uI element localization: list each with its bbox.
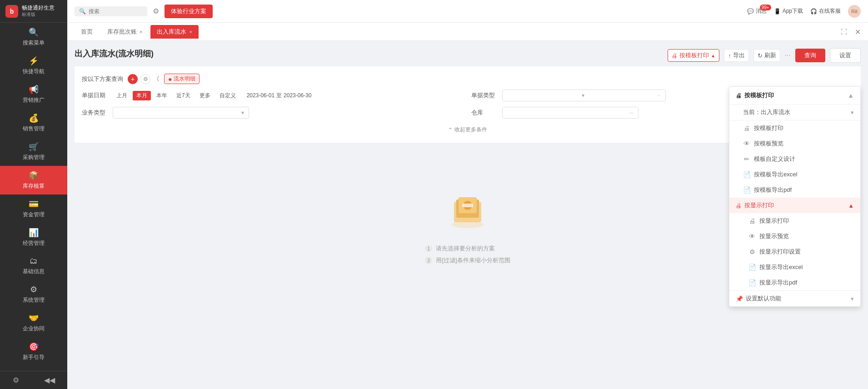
date-opt-last-month[interactable]: 上月: [113, 91, 131, 100]
close-all-icon[interactable]: ✕: [855, 27, 861, 36]
set-button[interactable]: 设置: [830, 48, 861, 63]
sidebar-bottom: ⚙ ◀◀: [0, 371, 67, 389]
query-button[interactable]: 查询: [795, 49, 825, 62]
date-separator: 至: [276, 92, 282, 100]
biz-type-select[interactable]: ▾: [113, 107, 249, 119]
sidebar-item-sales[interactable]: 💰 销售管理: [0, 109, 67, 137]
tab-inout-flow[interactable]: 出入库流水 ×: [150, 25, 198, 39]
search-menu-icon: 🔍: [29, 27, 39, 37]
date-from: 2023-06-01: [247, 92, 274, 99]
sidebar-item-basics[interactable]: 🗂 基础信息: [0, 252, 67, 280]
export-label: 导出: [733, 51, 745, 60]
dropdown-item-display-export-pdf[interactable]: 📄 按显示导出pdf: [729, 275, 860, 290]
print-template-button[interactable]: 🖨 按模板打印 ▲: [668, 49, 719, 62]
date-opt-this-month[interactable]: 本月: [133, 91, 151, 100]
dropdown-item-template-preview[interactable]: 👁 按模板预览: [729, 136, 860, 151]
sidebar-item-marketing[interactable]: 📢 营销推广: [0, 80, 67, 109]
settings-icon[interactable]: ⚙: [13, 376, 19, 384]
sidebar-item-app-center[interactable]: 🔲 应用中心: [0, 366, 67, 371]
settings-gear-icon[interactable]: ⚙: [153, 7, 159, 15]
dropdown-set-default-button[interactable]: 📌 设置默认功能 ▾: [729, 290, 860, 306]
voucher-type-select[interactable]: ▾ ···: [502, 90, 666, 101]
sidebar-item-guide[interactable]: 🎯 新手引导: [0, 337, 67, 366]
filter-settings-button[interactable]: ⚙: [140, 74, 150, 84]
filter-add-button[interactable]: +: [128, 74, 138, 84]
dropdown-item-display-export-excel[interactable]: 📄 按显示导出excel: [729, 259, 860, 275]
empty-steps-list: 请先选择要分析的方案 用[过滤]条件来缩小分析范围: [425, 243, 510, 266]
phone-icon: 📱: [774, 8, 781, 15]
sidebar-item-label: 经营管理: [23, 239, 45, 247]
brand-sub: 标准版: [22, 11, 55, 18]
dropdown-item-template-print[interactable]: 🖨 按模板打印: [729, 120, 860, 136]
tab-inout-flow-close[interactable]: ×: [189, 29, 192, 35]
tab-home[interactable]: 首页: [75, 25, 99, 39]
display-pdf-icon: 📄: [748, 279, 756, 286]
sales-icon: 💰: [29, 113, 39, 123]
sidebar-item-cooperation[interactable]: 🤝 企业协同: [0, 309, 67, 337]
dropdown-current-item[interactable]: 当前：出入库流水 ▾: [729, 105, 860, 120]
message-button[interactable]: 💬 消息 99+: [747, 7, 767, 15]
quick-nav-icon: ⚡: [29, 56, 39, 66]
tab-batch-account-close[interactable]: ×: [140, 29, 142, 35]
sidebar-item-quick-nav[interactable]: ⚡ 快捷导航: [0, 51, 67, 80]
filter-active-tag[interactable]: ● 流水明细: [164, 74, 200, 84]
dropdown-item-display-preview[interactable]: 👁 按显示预览: [729, 229, 860, 244]
print-dropdown-arrow[interactable]: ▲: [711, 53, 715, 58]
print-template-label: 按模板打印: [679, 51, 709, 60]
collapse-arrow-icon: ⌃: [448, 127, 453, 133]
dropdown-item-display-print-settings[interactable]: ⚙ 按显示打印设置: [729, 244, 860, 259]
tab-batch-account[interactable]: 库存批次账 ×: [101, 25, 149, 39]
sidebar-item-inventory[interactable]: 📦 库存核算: [0, 166, 67, 194]
printer-icon: 🖨: [672, 52, 678, 59]
template-preview-label: 按模板预览: [754, 140, 783, 148]
cooperation-icon: 🤝: [29, 313, 39, 323]
maximize-icon[interactable]: ⛶: [841, 28, 847, 35]
date-opt-more[interactable]: 更多: [196, 91, 214, 100]
top-bar-right: 💬 消息 99+ 📱 App下载 🎧 在线客服 Rit: [747, 5, 861, 18]
industry-solution-button[interactable]: 体验行业方案: [165, 5, 213, 18]
warehouse-more[interactable]: ···: [629, 110, 634, 116]
date-opt-7days[interactable]: 近7天: [173, 91, 194, 100]
voucher-type-more[interactable]: ···: [657, 93, 661, 98]
dropdown-item-template-customize[interactable]: ✏ 模板自定义设计: [729, 151, 860, 167]
system-icon: ⚙: [30, 284, 37, 294]
sidebar-item-label: 库存核算: [23, 182, 45, 190]
dropdown-item-template-export-pdf[interactable]: 📄 按模板导出pdf: [729, 182, 860, 198]
sidebar-item-search-menu[interactable]: 🔍 搜索菜单: [0, 23, 67, 51]
date-opt-this-year[interactable]: 本年: [153, 91, 171, 100]
date-to: 2023-06-30: [284, 92, 311, 99]
dropdown-display-section[interactable]: 🖨 按显示打印 ▲: [729, 198, 860, 213]
date-opt-custom[interactable]: 自定义: [216, 91, 239, 100]
search-input[interactable]: [89, 8, 143, 15]
collapse-icon[interactable]: ◀◀: [44, 376, 55, 384]
set-default-label: 设置默认功能: [746, 294, 781, 303]
sidebar-item-finance[interactable]: 💳 资金管理: [0, 194, 67, 223]
toolbar-more-icon[interactable]: ···: [785, 51, 791, 60]
display-export-excel-label: 按显示导出excel: [759, 263, 803, 271]
date-options: 上月 本月 本年 近7天 更多 自定义: [113, 91, 239, 100]
sidebar-item-label: 基础信息: [23, 268, 45, 275]
warehouse-select[interactable]: ···: [502, 107, 639, 119]
online-service-button[interactable]: 🎧 在线客服: [810, 7, 841, 15]
voucher-type-chevron: ▾: [582, 92, 584, 99]
date-field-label: 单据日期: [82, 91, 109, 100]
user-avatar[interactable]: Rit: [848, 5, 861, 18]
template-export-excel-label: 按模板导出excel: [754, 170, 797, 179]
sidebar-item-purchase[interactable]: 🛒 采购管理: [0, 137, 67, 166]
export-button[interactable]: ↑ 导出: [724, 49, 749, 62]
sidebar-item-operations[interactable]: 📊 经营管理: [0, 223, 67, 252]
sidebar-item-label: 营销推广: [23, 96, 45, 104]
tab-batch-account-label: 库存批次账: [107, 28, 137, 36]
dropdown-header: 🖨 按模板打印 ▲: [729, 87, 860, 105]
display-preview-label: 按显示预览: [759, 232, 789, 240]
sidebar-item-system[interactable]: ⚙ 系统管理: [0, 280, 67, 309]
dropdown-item-template-export-excel[interactable]: 📄 按模板导出excel: [729, 167, 860, 182]
refresh-button[interactable]: ↻ 刷新: [753, 49, 780, 62]
dropdown-current-label: 当前：出入库流水: [743, 108, 790, 116]
dropdown-item-display-print[interactable]: 🖨 按显示打印: [729, 213, 860, 229]
app-download-button[interactable]: 📱 App下载: [774, 7, 803, 15]
message-badge: 99+: [760, 5, 771, 10]
dropdown-close-arrow[interactable]: ▲: [848, 92, 854, 99]
search-box[interactable]: 🔍: [75, 6, 147, 16]
filter-collapse-button[interactable]: 《: [153, 75, 160, 83]
